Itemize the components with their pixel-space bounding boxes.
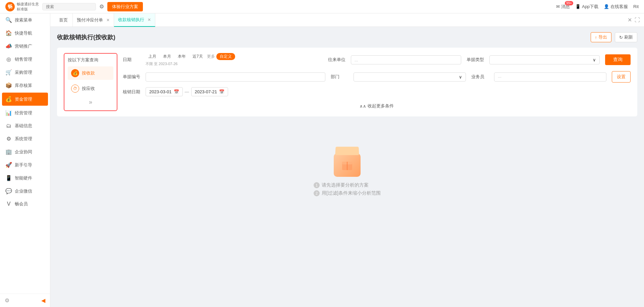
- app-logo: 畅 畅捷通好生意 标准版: [5, 2, 39, 11]
- empty-hint-1: 1 请先选择要分析的方案: [314, 182, 381, 188]
- partner-input[interactable]: ...: [351, 55, 461, 64]
- app-download-button[interactable]: 📱 App下载: [575, 4, 598, 10]
- sidebar-item-label: 畅会员: [15, 201, 28, 207]
- export-button[interactable]: ↑ 导出: [591, 32, 612, 42]
- sidebar-item-label: 企业微信: [15, 188, 32, 194]
- sidebar-item-label: 库存核算: [15, 83, 32, 89]
- online-service-button[interactable]: 👤 在线客服: [604, 4, 628, 10]
- verify-date-start[interactable]: 2023-03-01 📅: [146, 87, 183, 96]
- date-separator: —: [185, 89, 189, 94]
- sidebar-collapse-icon[interactable]: ◀: [41, 297, 45, 304]
- date-opt-more[interactable]: 更多: [207, 54, 215, 59]
- tab-prepay-close[interactable]: ✕: [106, 18, 110, 22]
- tab-close-all-button[interactable]: ✕: [628, 17, 632, 23]
- settings-icon[interactable]: ⚙: [99, 3, 104, 10]
- by-receivable-icon: ⏱: [71, 85, 79, 93]
- settings-button[interactable]: 设置: [612, 71, 631, 83]
- by-receipt-icon: 💰: [71, 69, 79, 77]
- sidebar-item-quick-nav[interactable]: 🏠 快捷导航: [0, 27, 50, 40]
- date-range: 2023-03-01 📅 — 2023-07-21 📅: [146, 87, 631, 96]
- sidebar-item-system[interactable]: ⚙ 系统管理: [0, 132, 50, 145]
- filter-panel-title: 按以下方案查询: [68, 57, 113, 63]
- filter-option-by-receipt[interactable]: 💰 按收款: [68, 66, 113, 80]
- brand-text: 畅捷通好生意 标准版: [17, 2, 39, 11]
- sidebar-item-label: 系统管理: [15, 136, 32, 142]
- date-opt-custom[interactable]: 自定义: [216, 53, 235, 60]
- doc-type-select[interactable]: ∨: [489, 55, 600, 64]
- verify-date-end[interactable]: 2023-07-21 📅: [191, 87, 228, 96]
- hint-num-2: 2: [314, 190, 320, 196]
- filter-right-panel: 日期 上月 本月 本年 近7天 更多 自定义 不限 至 2023-07-26: [123, 53, 631, 111]
- dept-select[interactable]: ∨: [354, 72, 466, 82]
- calendar-start-icon: 📅: [174, 89, 179, 94]
- partner-field: 往来单位 ...: [328, 55, 461, 64]
- doc-type-field: 单据类型 ∨: [467, 55, 600, 64]
- refresh-icon: ↻: [619, 35, 623, 40]
- enterprise-icon: 🏢: [5, 149, 12, 155]
- date-shortcuts: 上月 本月 本年 近7天 更多 自定义: [146, 53, 235, 60]
- query-button[interactable]: 查询: [605, 54, 631, 65]
- sidebar-item-sales[interactable]: ◎ 销售管理: [0, 53, 50, 66]
- staff-input[interactable]: ···: [494, 72, 606, 82]
- operations-icon: 📊: [5, 110, 12, 116]
- sidebar-item-label: 经营管理: [15, 110, 32, 116]
- tab-expand-button[interactable]: ⛶: [635, 17, 640, 23]
- hint-num-1: 1: [314, 182, 320, 188]
- user-avatar[interactable]: Rit: [633, 4, 639, 9]
- sidebar-item-label: 基础信息: [15, 123, 32, 129]
- sidebar-item-search-menu[interactable]: 🔍 搜索菜单: [0, 13, 50, 27]
- tab-prepay[interactable]: 预付冲应付单 ✕: [73, 13, 114, 27]
- doc-no-input[interactable]: [146, 72, 325, 82]
- page-header: 收款核销执行(按收款) ↑ 导出 ↻ 刷新: [57, 32, 637, 42]
- filter-panel-collapse[interactable]: »: [68, 99, 113, 106]
- collapse-more-button[interactable]: ∧∧ 收起更多条件: [123, 101, 631, 111]
- sidebar-item-operations[interactable]: 📊 经营管理: [0, 106, 50, 119]
- top-bar: 畅 畅捷通好生意 标准版 ⚙ 体验行业方案 ✉ 消息 99+ 📱 App下载 👤…: [0, 0, 644, 13]
- tab-receivable-close[interactable]: ✕: [148, 17, 151, 22]
- sidebar-item-label: 新手引导: [15, 162, 32, 168]
- date-opt-last-month[interactable]: 上月: [146, 53, 159, 60]
- sidebar-item-enterprise[interactable]: 🏢 企业协同: [0, 145, 50, 158]
- member-icon: V: [5, 201, 12, 207]
- sidebar-item-purchase[interactable]: 🛒 采购管理: [0, 66, 50, 79]
- sidebar-item-label: 销售管理: [15, 56, 32, 62]
- sidebar-item-guide[interactable]: 🚀 新手引导: [0, 158, 50, 171]
- search-input[interactable]: [42, 3, 96, 10]
- date-opt-this-year[interactable]: 本年: [175, 53, 189, 60]
- filter-option-by-receivable[interactable]: ⏱ 按应收: [68, 82, 113, 95]
- tab-receivable[interactable]: 收款核销执行 ✕: [114, 13, 155, 27]
- sidebar-item-label: 采购管理: [15, 69, 32, 75]
- sidebar-item-hardware[interactable]: 📱 智能硬件: [0, 171, 50, 185]
- sidebar-item-marketing[interactable]: 📣 营销推广: [0, 40, 50, 53]
- inventory-icon: 📦: [5, 82, 12, 89]
- partner-label: 往来单位: [328, 57, 348, 63]
- refresh-button[interactable]: ↻ 刷新: [615, 32, 637, 42]
- filter-area: 按以下方案查询 💰 按收款 ⏱ 按应收 » 日期: [57, 48, 637, 116]
- sidebar-settings-icon[interactable]: ⚙: [5, 297, 9, 304]
- message-button[interactable]: ✉ 消息 99+: [556, 4, 570, 10]
- sidebar-item-inventory[interactable]: 📦 库存核算: [0, 79, 50, 92]
- date-opt-7days[interactable]: 近7天: [190, 53, 206, 60]
- empty-state: 1 请先选择要分析的方案 2 用[过滤]条件来缩小分析范围: [57, 143, 637, 196]
- basic-info-icon: 🗂: [5, 123, 12, 129]
- sidebar-item-basic-info[interactable]: 🗂 基础信息: [0, 119, 50, 132]
- verify-date-label: 核销日期: [123, 89, 143, 95]
- top-bar-left: 畅 畅捷通好生意 标准版 ⚙ 体验行业方案: [5, 2, 143, 11]
- dept-field: 部门 ∨: [331, 72, 466, 82]
- sidebar-item-wechat[interactable]: 💬 企业微信: [0, 185, 50, 198]
- calendar-end-icon: 📅: [219, 89, 224, 94]
- sidebar-item-member[interactable]: V 畅会员: [0, 198, 50, 210]
- message-badge: 99+: [565, 1, 573, 5]
- page-actions: ↑ 导出 ↻ 刷新: [591, 32, 638, 42]
- empty-box-icon: [334, 153, 361, 177]
- hardware-icon: 📱: [5, 175, 12, 181]
- wechat-icon: 💬: [5, 188, 12, 194]
- sidebar-item-finance[interactable]: 💰 资金管理: [2, 93, 48, 106]
- marketing-icon: 📣: [5, 43, 12, 49]
- filter-row-1: 日期 上月 本月 本年 近7天 更多 自定义 不限 至 2023-07-26: [123, 53, 631, 66]
- industry-button[interactable]: 体验行业方案: [107, 2, 143, 11]
- date-opt-this-month[interactable]: 本月: [160, 53, 174, 60]
- tab-home[interactable]: 首页: [54, 13, 73, 27]
- sidebar-item-label: 智能硬件: [15, 175, 32, 181]
- dept-label: 部门: [331, 74, 351, 80]
